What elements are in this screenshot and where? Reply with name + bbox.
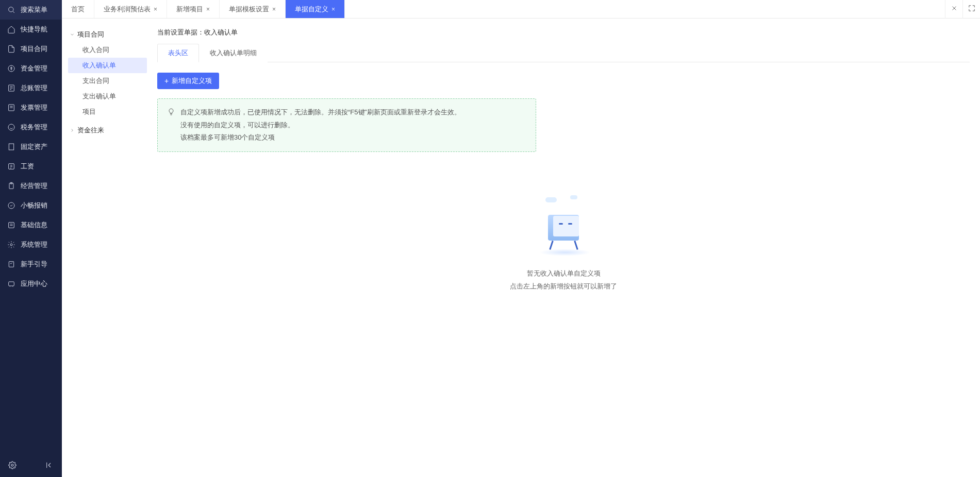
tree-group-header[interactable]: 项目合同	[68, 28, 147, 41]
top-tab[interactable]: 单据模板设置×	[220, 0, 286, 18]
sidebar-item-label: 项目合同	[21, 44, 47, 54]
tab-label: 新增项目	[176, 5, 203, 14]
sidebar-item-label: 总账管理	[21, 83, 47, 93]
tree-group-label: 资金往来	[77, 126, 104, 135]
tip-line: 该档案最多可新增30个自定义项	[180, 131, 461, 144]
main: 首页业务利润预估表×新增项目×单据模板设置×单据自定义× 项目合同收入合同收入确…	[62, 0, 980, 477]
sidebar-item-label: 资金管理	[21, 64, 47, 73]
sidebar-item-label: 经营管理	[21, 181, 47, 191]
content-tab[interactable]: 表头区	[157, 44, 199, 62]
sidebar-footer	[0, 455, 62, 477]
close-all-tabs-button[interactable]	[945, 0, 962, 19]
sidebar-item-label: 固定资产	[21, 142, 47, 151]
tab-close-icon[interactable]: ×	[154, 6, 157, 12]
svg-rect-24	[9, 262, 13, 267]
sidebar-item-gear[interactable]: 系统管理	[0, 235, 62, 254]
add-button-label: 新增自定义项	[172, 76, 212, 86]
tip-text: 自定义项新增成功后，已使用情况下，无法删除。并须按“F5键”刷新页面或重新登录才…	[180, 106, 461, 144]
sidebar-item-label: 新手引导	[21, 260, 47, 269]
sidebar-item-info[interactable]: 基础信息	[0, 215, 62, 235]
svg-line-1	[13, 11, 14, 13]
sidebar-item-file[interactable]: 项目合同	[0, 39, 62, 59]
sidebar-item-label: 系统管理	[21, 240, 47, 249]
empty-illustration	[525, 193, 602, 260]
fullscreen-button[interactable]	[962, 0, 980, 19]
sidebar-item-apps[interactable]: 应用中心	[0, 274, 62, 294]
svg-rect-20	[9, 223, 14, 228]
tab-close-icon[interactable]: ×	[206, 6, 210, 12]
top-tab[interactable]: 新增项目×	[167, 0, 220, 18]
info-icon	[7, 221, 15, 229]
collapse-sidebar-button[interactable]	[44, 461, 55, 471]
tip-box: 自定义项新增成功后，已使用情况下，无法删除。并须按“F5键”刷新页面或重新登录才…	[157, 98, 536, 152]
breadcrumb: 当前设置单据：收入确认单	[157, 28, 970, 37]
sidebar-item-guide[interactable]: 新手引导	[0, 254, 62, 274]
building-icon	[7, 143, 15, 151]
tab-label: 单据模板设置	[229, 5, 269, 14]
sidebar-item-ledger[interactable]: 总账管理	[0, 78, 62, 98]
collapse-icon	[45, 461, 54, 471]
invoice-icon	[7, 104, 15, 112]
gear-icon	[7, 241, 15, 249]
tab-close-icon[interactable]: ×	[272, 6, 276, 12]
plus-icon: +	[164, 77, 169, 84]
tab-label: 首页	[71, 5, 85, 14]
tip-line: 没有使用的自定义项，可以进行删除。	[180, 119, 461, 132]
clipboard-icon	[7, 182, 15, 190]
sidebar-item-building[interactable]: 固定资产	[0, 137, 62, 157]
sidebar-item-home[interactable]: 快捷导航	[0, 20, 62, 39]
search-icon	[7, 6, 15, 14]
sidebar-item-label: 税务管理	[21, 123, 47, 132]
sidebar-item-label: 快捷导航	[21, 25, 47, 34]
expand-icon	[968, 5, 975, 13]
tab-label: 业务利润预估表	[104, 5, 151, 14]
svg-point-10	[8, 124, 14, 130]
top-tab[interactable]: 单据自定义×	[286, 0, 345, 18]
tree-group: 资金往来	[68, 124, 147, 137]
chevron-right-icon	[69, 127, 75, 133]
tree-group-label: 项目合同	[77, 30, 104, 39]
reimburse-icon	[7, 201, 15, 210]
money-icon	[7, 64, 15, 73]
close-icon	[951, 5, 958, 13]
tax-icon	[7, 123, 15, 131]
sidebar-item-label: 小畅报销	[21, 201, 47, 210]
chevron-down-icon	[69, 31, 75, 38]
tab-close-icon[interactable]: ×	[331, 6, 335, 12]
sidebar: 搜索菜单快捷导航项目合同资金管理总账管理发票管理税务管理固定资产工资经营管理小畅…	[0, 0, 62, 477]
tree-group: 项目合同收入合同收入确认单支出合同支出确认单项目	[68, 28, 147, 122]
empty-text-line: 点击左上角的新增按钮就可以新增了	[510, 280, 617, 293]
breadcrumb-value: 收入确认单	[204, 28, 238, 36]
sidebar-item-search[interactable]: 搜索菜单	[0, 0, 62, 20]
tree-item[interactable]: 支出确认单	[68, 89, 147, 104]
sidebar-item-money[interactable]: 资金管理	[0, 59, 62, 78]
tree-item[interactable]: 项目	[68, 104, 147, 120]
tree-item[interactable]: 收入确认单	[68, 58, 147, 73]
content-tab[interactable]: 收入确认单明细	[199, 44, 268, 62]
sidebar-item-tax[interactable]: 税务管理	[0, 117, 62, 137]
tree-group-header[interactable]: 资金往来	[68, 124, 147, 137]
add-custom-field-button[interactable]: + 新增自定义项	[157, 73, 219, 89]
guide-icon	[7, 260, 15, 268]
tree-item[interactable]: 支出合同	[68, 73, 147, 89]
sidebar-item-label: 工资	[21, 162, 34, 171]
top-tab[interactable]: 业务利润预估表×	[94, 0, 167, 18]
tree-panel: 项目合同收入合同收入确认单支出合同支出确认单项目资金往来	[62, 19, 147, 477]
home-icon	[7, 25, 15, 33]
sidebar-item-clipboard[interactable]: 经营管理	[0, 176, 62, 196]
settings-button[interactable]	[7, 461, 18, 471]
breadcrumb-prefix: 当前设置单据：	[157, 28, 204, 36]
svg-rect-11	[9, 144, 13, 150]
sidebar-item-reimburse[interactable]: 小畅报销	[0, 196, 62, 215]
svg-point-23	[10, 244, 12, 246]
sidebar-item-invoice[interactable]: 发票管理	[0, 98, 62, 117]
tree-item[interactable]: 收入合同	[68, 42, 147, 58]
sidebar-item-salary[interactable]: 工资	[0, 157, 62, 176]
sidebar-item-label: 搜索菜单	[21, 5, 47, 14]
top-tab[interactable]: 首页	[62, 0, 94, 18]
apps-icon	[7, 280, 15, 288]
file-icon	[7, 45, 15, 53]
empty-text-line: 暂无收入确认单自定义项	[527, 267, 601, 280]
sidebar-item-label: 发票管理	[21, 103, 47, 112]
svg-rect-25	[9, 282, 14, 286]
